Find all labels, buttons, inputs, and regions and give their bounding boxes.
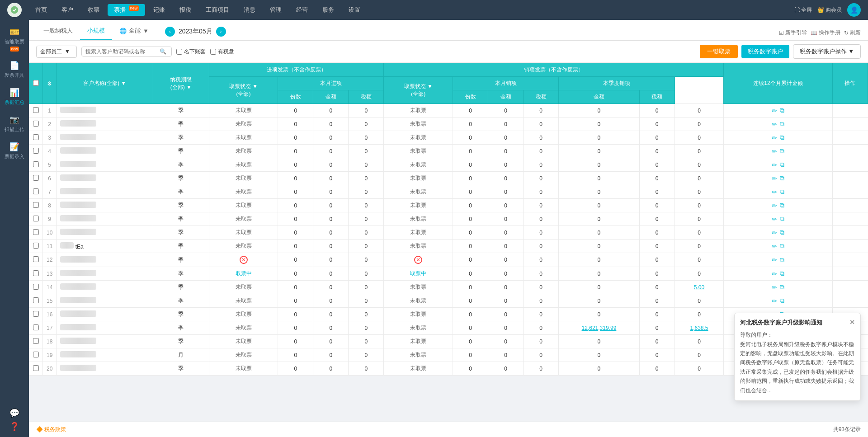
copy-icon[interactable]: ⧉ xyxy=(780,256,784,264)
copy-icon[interactable]: ⧉ xyxy=(780,107,784,114)
row-checkbox[interactable] xyxy=(33,352,39,357)
row-checkbox[interactable] xyxy=(33,175,39,181)
refresh-btn[interactable]: ↻ 刷新 xyxy=(844,29,861,37)
search-input[interactable] xyxy=(85,48,158,55)
row-checkbox[interactable] xyxy=(33,324,39,330)
edit-icon[interactable]: ✏ xyxy=(772,134,777,141)
sidebar-item-entry[interactable]: 📝 票据录入 xyxy=(1,138,28,164)
tab-small-scale[interactable]: 小规模 xyxy=(80,22,112,40)
nav-accounting[interactable]: 记账 xyxy=(147,4,171,16)
row-checkbox[interactable] xyxy=(33,148,39,154)
copy-icon[interactable]: ⧉ xyxy=(780,161,784,169)
manual-btn[interactable]: 📖 操作手册 xyxy=(811,29,840,37)
row-checkbox[interactable] xyxy=(33,216,39,221)
nav-business[interactable]: 工商项目 xyxy=(199,4,236,16)
entry-icon: 📝 xyxy=(9,142,19,152)
edit-icon[interactable]: ✏ xyxy=(772,297,777,305)
copy-icon[interactable]: ⧉ xyxy=(780,215,784,223)
checkbox-taxdisk[interactable]: 有税盘 xyxy=(210,48,234,56)
copy-icon[interactable]: ⧉ xyxy=(780,297,784,305)
td-jidu-shue: 0 xyxy=(639,281,675,294)
copy-icon[interactable]: ⧉ xyxy=(780,283,784,291)
taxdisk-checkbox[interactable] xyxy=(210,49,216,55)
row-checkbox[interactable] xyxy=(33,202,39,208)
checkbox-accounts[interactable]: 名下账套 xyxy=(176,48,206,56)
sidebar-item-scan[interactable]: 📷 扫描上传 xyxy=(1,111,28,136)
edit-icon[interactable]: ✏ xyxy=(772,202,777,209)
edit-icon[interactable]: ✏ xyxy=(772,175,777,182)
copy-icon[interactable]: ⧉ xyxy=(780,229,784,236)
row-checkbox[interactable] xyxy=(33,270,39,276)
select-all-checkbox[interactable] xyxy=(33,80,39,86)
edit-icon[interactable]: ✏ xyxy=(772,270,777,277)
edit-icon[interactable]: ✏ xyxy=(772,256,777,263)
sidebar-chat-icon[interactable]: 💬 xyxy=(9,408,19,418)
copy-icon[interactable]: ⧉ xyxy=(780,120,784,128)
copy-icon[interactable]: ⧉ xyxy=(780,134,784,141)
copy-icon[interactable]: ⧉ xyxy=(780,188,784,196)
jidu-jine-value[interactable]: 12,621,319.99 xyxy=(582,325,617,331)
nav-customer[interactable]: 客户 xyxy=(55,4,80,16)
nav-tax[interactable]: 报税 xyxy=(173,4,198,16)
td-jin-status: 未取票 xyxy=(209,281,278,294)
nav-manage[interactable]: 管理 xyxy=(264,4,288,16)
row-checkbox[interactable] xyxy=(33,188,39,194)
edit-icon[interactable]: ✏ xyxy=(772,243,777,250)
row-checkbox[interactable] xyxy=(33,121,39,127)
accounts-checkbox[interactable] xyxy=(176,49,182,55)
month-prev-btn[interactable]: ‹ xyxy=(165,27,175,37)
nav-receive[interactable]: 收票 xyxy=(81,4,106,16)
shuiwu-zhanghu-btn[interactable]: 税务数字账户 xyxy=(741,45,789,58)
copy-icon[interactable]: ⧉ xyxy=(780,147,784,155)
copy-icon[interactable]: ⧉ xyxy=(780,202,784,209)
settings-icon[interactable]: ⚙ xyxy=(47,80,52,87)
sidebar-item-smart-ticket[interactable]: 🎫 智能取票 new xyxy=(1,23,28,55)
edit-icon[interactable]: ✏ xyxy=(772,188,777,196)
edit-icon[interactable]: ✏ xyxy=(772,161,777,169)
nav-service[interactable]: 服务 xyxy=(316,4,340,16)
row-checkbox[interactable] xyxy=(33,243,39,249)
edit-icon[interactable]: ✏ xyxy=(772,216,777,223)
copy-icon[interactable]: ⧉ xyxy=(780,174,784,182)
nav-invoice[interactable]: 票据 new xyxy=(108,4,145,16)
row-checkbox[interactable] xyxy=(33,161,39,167)
edit-icon[interactable]: ✏ xyxy=(772,121,777,128)
user-avatar[interactable]: 👤 xyxy=(847,3,861,17)
edit-icon[interactable]: ✏ xyxy=(772,107,777,114)
copy-icon[interactable]: ⧉ xyxy=(780,242,784,250)
edit-icon[interactable]: ✏ xyxy=(772,284,777,291)
row-checkbox[interactable] xyxy=(33,107,39,113)
nav-settings[interactable]: 设置 xyxy=(342,4,367,16)
tax-policy-link[interactable]: 🔶 税务政策 xyxy=(36,426,66,433)
sidebar-item-open-invoice[interactable]: 📄 发票开具 xyxy=(1,57,28,82)
yijian-qupiao-btn[interactable]: 一键取票 xyxy=(700,45,738,58)
td-rownum: 16 xyxy=(43,308,57,321)
row-checkbox[interactable] xyxy=(33,338,39,344)
member-btn[interactable]: 👑 购会员 xyxy=(817,6,842,14)
notif-close-btn[interactable]: ✕ xyxy=(849,319,855,327)
row-checkbox[interactable] xyxy=(33,365,39,371)
staff-select[interactable]: 全部员工 ▼ xyxy=(36,46,77,58)
shuiwu-caozuo-btn[interactable]: 税务数字账户操作 ▼ xyxy=(793,44,861,59)
edit-icon[interactable]: ✏ xyxy=(772,148,777,155)
row-checkbox[interactable] xyxy=(33,297,39,303)
row-checkbox[interactable] xyxy=(33,256,39,262)
tab-general-taxpayer[interactable]: 一般纳税人 xyxy=(36,22,80,40)
fullscreen-btn[interactable]: ⛶ 全屏 xyxy=(794,6,812,14)
edit-icon[interactable]: ✏ xyxy=(772,229,777,236)
leiji-value[interactable]: 1,638.5 xyxy=(690,325,708,331)
tab-all[interactable]: 🌐 全能 ▼ xyxy=(112,22,156,40)
nav-home[interactable]: 首页 xyxy=(29,4,53,16)
nav-message[interactable]: 消息 xyxy=(237,4,262,16)
sidebar-item-summary[interactable]: 📊 票据汇总 xyxy=(1,84,28,109)
row-checkbox[interactable] xyxy=(33,284,39,290)
leiji-value[interactable]: 5.00 xyxy=(694,284,704,291)
month-next-btn[interactable]: › xyxy=(216,27,226,37)
nav-operation[interactable]: 经营 xyxy=(290,4,314,16)
guide-btn[interactable]: ☑ 新手引导 xyxy=(779,29,807,37)
row-checkbox[interactable] xyxy=(33,134,39,140)
row-checkbox[interactable] xyxy=(33,311,39,317)
row-checkbox[interactable] xyxy=(33,229,39,235)
sidebar-help-icon[interactable]: ❓ xyxy=(9,422,19,432)
copy-icon[interactable]: ⧉ xyxy=(780,270,784,277)
